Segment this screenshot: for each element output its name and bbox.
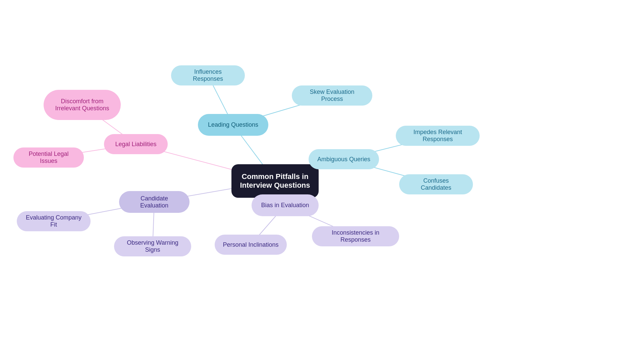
node-center[interactable]: Common Pitfalls in Interview Questions xyxy=(231,164,319,198)
node-label-evaluating_company: Evaluating Company Fit xyxy=(25,214,83,228)
node-label-influences_responses: Influences Responses xyxy=(179,68,237,82)
node-label-candidate_evaluation: Candidate Evaluation xyxy=(127,195,181,209)
node-label-skew_evaluation: Skew Evaluation Process xyxy=(300,88,364,103)
node-legal_liabilities[interactable]: Legal Liabilities xyxy=(104,134,168,154)
node-personal_inclinations[interactable]: Personal Inclinations xyxy=(215,235,287,255)
node-inconsistencies[interactable]: Inconsistencies in Responses xyxy=(312,226,399,246)
node-impedes_relevant[interactable]: Impedes Relevant Responses xyxy=(396,126,480,146)
node-label-legal_liabilities: Legal Liabilities xyxy=(115,141,156,148)
node-skew_evaluation[interactable]: Skew Evaluation Process xyxy=(292,85,372,106)
node-label-confuses_candidates: Confuses Candidates xyxy=(407,177,465,191)
node-discomfort_irrelevant[interactable]: Discomfort from Irrelevant Questions xyxy=(44,90,121,120)
node-candidate_evaluation[interactable]: Candidate Evaluation xyxy=(119,191,190,213)
node-label-center: Common Pitfalls in Interview Questions xyxy=(239,172,311,190)
node-label-potential_legal: Potential Legal Issues xyxy=(21,150,76,165)
node-observing_warning[interactable]: Observing Warning Signs xyxy=(114,236,191,256)
node-potential_legal[interactable]: Potential Legal Issues xyxy=(13,147,84,168)
node-label-observing_warning: Observing Warning Signs xyxy=(122,239,183,253)
node-label-personal_inclinations: Personal Inclinations xyxy=(223,241,278,248)
node-leading_questions[interactable]: Leading Questions xyxy=(198,114,268,136)
node-label-leading_questions: Leading Questions xyxy=(208,121,258,128)
node-confuses_candidates[interactable]: Confuses Candidates xyxy=(399,174,473,194)
node-label-impedes_relevant: Impedes Relevant Responses xyxy=(404,129,472,143)
node-label-ambiguous_queries: Ambiguous Queries xyxy=(317,156,370,163)
node-label-inconsistencies: Inconsistencies in Responses xyxy=(320,229,391,243)
mindmap-container: Common Pitfalls in Interview QuestionsLe… xyxy=(0,0,644,363)
node-label-bias_evaluation: Bias in Evaluation xyxy=(261,202,309,209)
node-influences_responses[interactable]: Influences Responses xyxy=(171,65,245,85)
connections-svg xyxy=(0,0,644,363)
node-evaluating_company[interactable]: Evaluating Company Fit xyxy=(17,211,91,231)
node-bias_evaluation[interactable]: Bias in Evaluation xyxy=(252,194,319,216)
node-ambiguous_queries[interactable]: Ambiguous Queries xyxy=(309,149,379,169)
node-label-discomfort_irrelevant: Discomfort from Irrelevant Questions xyxy=(52,98,113,112)
